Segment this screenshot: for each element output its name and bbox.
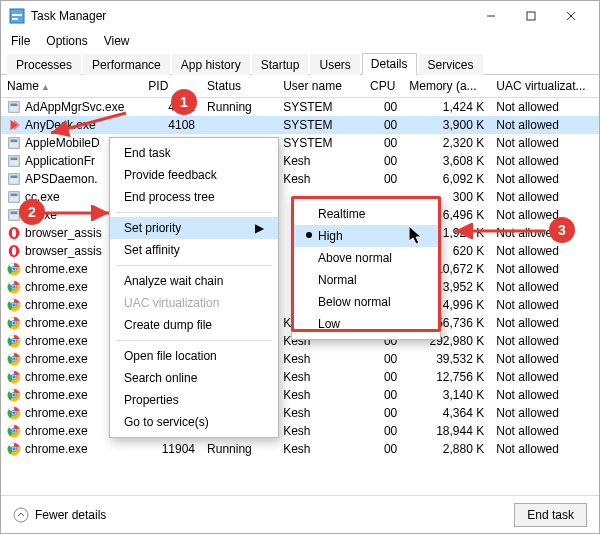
titlebar: Task Manager [1,1,599,31]
menu-item[interactable]: Properties [110,389,278,411]
context-menu[interactable]: End taskProvide feedbackEnd process tree… [109,137,279,438]
tab-services[interactable]: Services [419,54,483,75]
process-icon [7,370,21,384]
tab-details[interactable]: Details [362,53,417,75]
svg-point-49 [12,339,16,343]
table-row[interactable]: ApplicationFrKesh003,608 KNot allowed [1,152,599,170]
table-row[interactable]: chrome.exe7532RunningKesh004,364 KNot al… [1,404,599,422]
cell-name: chrome.exe [1,440,142,458]
col-pid[interactable]: PID [142,75,201,98]
menu-item[interactable]: Open file location [110,345,278,367]
table-row[interactable]: chrome.exe2652RunningKesh003,140 KNot al… [1,386,599,404]
table-row[interactable]: chrome.exeKesh0039,532 KNot allowed [1,350,599,368]
svg-rect-8 [11,103,18,106]
cell-uac: Not allowed [490,422,599,440]
table-row[interactable]: AnyDesk.exe4108SYSTEM003,900 KNot allowe… [1,116,599,134]
col-mem[interactable]: Memory (a... [403,75,490,98]
svg-rect-16 [11,175,18,178]
table-row[interactable]: APSDaemon.Kesh006,092 KNot allowed [1,170,599,188]
window-title: Task Manager [31,9,106,23]
menu-item[interactable]: Analyze wait chain [110,270,278,292]
menu-view[interactable]: View [104,34,130,48]
menu-item[interactable]: Go to service(s) [110,411,278,433]
svg-rect-17 [9,191,20,202]
column-headers[interactable]: Name▲ PID Status User name CPU Memory (a… [1,75,599,98]
menu-item[interactable]: End process tree [110,186,278,208]
svg-point-54 [12,357,16,361]
submenu-item[interactable]: High [292,225,440,247]
cell-user: Kesh [277,440,364,458]
cell-pid: 11904 [142,440,201,458]
minimize-button[interactable] [471,1,511,31]
cell-uac: Not allowed [490,386,599,404]
submenu-item[interactable]: Realtime [292,203,440,225]
process-icon [7,172,21,186]
cell-uac: Not allowed [490,350,599,368]
svg-rect-15 [9,173,20,184]
menu-item[interactable]: Search online [110,367,278,389]
menu-item[interactable]: Set affinity [110,239,278,261]
process-icon [7,226,21,240]
cell-mem: 4,364 K [403,404,490,422]
table-row[interactable]: AdAppMgrSvc.exe4452RunningSYSTEM001,424 … [1,98,599,116]
menu-item[interactable]: Create dump file [110,314,278,336]
tab-performance[interactable]: Performance [83,54,170,75]
col-user[interactable]: User name [277,75,364,98]
cell-cpu: 00 [364,368,403,386]
col-status[interactable]: Status [201,75,277,98]
submenu-item[interactable]: Below normal [292,291,440,313]
tab-processes[interactable]: Processes [7,54,81,75]
col-uac[interactable]: UAC virtualizat... [490,75,599,98]
cell-mem: 1,424 K [403,98,490,116]
end-task-button[interactable]: End task [514,503,587,527]
close-button[interactable] [551,1,591,31]
priority-submenu[interactable]: RealtimeHighAbove normalNormalBelow norm… [291,198,441,340]
process-icon [7,136,21,150]
table-row[interactable]: chrome.exe11904RunningKesh002,880 KNot a… [1,440,599,458]
cell-uac: Not allowed [490,296,599,314]
process-icon [7,334,21,348]
cell-mem: 12,756 K [403,368,490,386]
cell-user: Kesh [277,368,364,386]
maximize-button[interactable] [511,1,551,31]
tab-startup[interactable]: Startup [252,54,309,75]
menu-item[interactable]: Provide feedback [110,164,278,186]
cell-uac: Not allowed [490,134,599,152]
table-row[interactable]: chrome.exe3032RunningKesh0018,944 KNot a… [1,422,599,440]
submenu-item[interactable]: Low [292,313,440,335]
col-cpu[interactable]: CPU [364,75,403,98]
fewer-details-toggle[interactable]: Fewer details [13,507,106,523]
cell-mem: 3,140 K [403,386,490,404]
process-icon [7,118,21,132]
cell-mem: 39,532 K [403,350,490,368]
submenu-item[interactable]: Above normal [292,247,440,269]
process-icon [7,298,21,312]
menu-item[interactable]: End task [110,142,278,164]
table-row[interactable]: AppleMobileDSYSTEM002,320 KNot allowed [1,134,599,152]
tab-app-history[interactable]: App history [172,54,250,75]
cell-uac: Not allowed [490,368,599,386]
process-icon [7,388,21,402]
table-row[interactable]: chrome.exe2960RunningKesh0012,756 KNot a… [1,368,599,386]
process-icon [7,280,21,294]
svg-point-44 [12,321,16,325]
cell-pid: 4108 [142,116,201,134]
process-icon [7,100,21,114]
menu-separator [116,212,272,213]
sort-asc-icon: ▲ [41,82,50,92]
cell-mem: 2,880 K [403,440,490,458]
svg-point-34 [12,285,16,289]
submenu-item[interactable]: Normal [292,269,440,291]
process-icon [7,424,21,438]
menu-file[interactable]: File [11,34,30,48]
fewer-details-label: Fewer details [35,508,106,522]
menu-options[interactable]: Options [46,34,87,48]
cell-cpu: 00 [364,422,403,440]
menu-item: UAC virtualization [110,292,278,314]
col-name[interactable]: Name▲ [1,75,142,98]
svg-rect-11 [9,137,20,148]
cell-user: SYSTEM [277,98,364,116]
menu-item[interactable]: Set priority▶ [110,217,278,239]
tab-users[interactable]: Users [310,54,359,75]
svg-marker-10 [14,119,20,130]
